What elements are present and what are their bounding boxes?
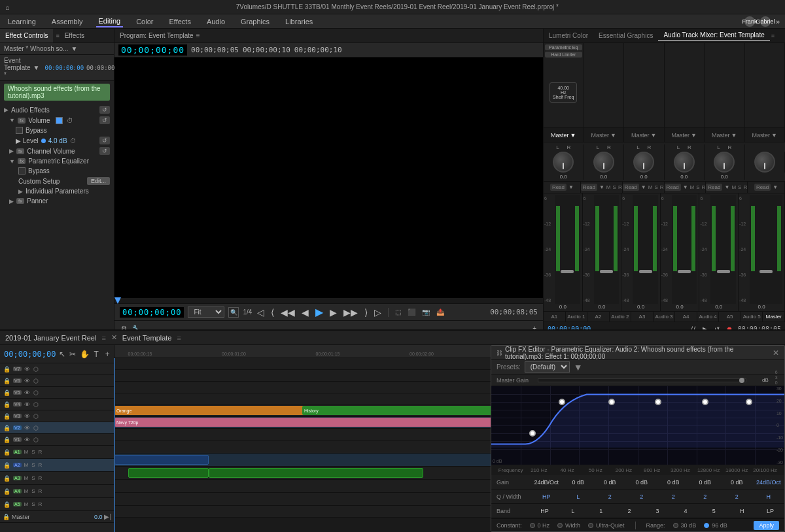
- qwidth-val-l[interactable]: L: [563, 493, 595, 500]
- read-btn-2[interactable]: Read: [581, 184, 597, 191]
- band-val-1[interactable]: 1: [587, 508, 615, 514]
- export-frame-btn[interactable]: 📷: [421, 307, 431, 317]
- mark-in-btn[interactable]: ◁: [256, 306, 266, 319]
- volume-stopwatch[interactable]: ⏱: [67, 117, 73, 124]
- fit-select[interactable]: Fit 25% 50% 100%: [188, 307, 224, 318]
- band-val-h[interactable]: H: [728, 508, 756, 514]
- tl-text-tool[interactable]: T: [93, 349, 99, 359]
- level-stopwatch[interactable]: ⏱: [70, 137, 77, 144]
- fader-thumb-3[interactable]: [639, 270, 652, 273]
- pan-knob-1[interactable]: [553, 152, 574, 173]
- volume-bypass-checkbox[interactable]: [16, 127, 23, 134]
- timebar-marker[interactable]: [114, 297, 121, 304]
- fx-plugin-1[interactable]: Parametric Eq: [545, 44, 582, 50]
- clip-dropdown-arrow[interactable]: ▼: [33, 64, 40, 71]
- gain-val-2[interactable]: 0 dB: [563, 479, 595, 486]
- fx-plugin-2[interactable]: Hard Limiter: [545, 52, 582, 58]
- overwrite-btn[interactable]: ⬛: [406, 307, 417, 317]
- v5-eye-btn[interactable]: 👁: [24, 390, 31, 396]
- channel-volume-reset[interactable]: ↺: [99, 147, 110, 155]
- v4-lock-btn[interactable]: 🔒: [3, 401, 11, 408]
- clip-navy[interactable]: Navy 720p: [114, 418, 550, 427]
- level-value[interactable]: 4.0 dB: [48, 137, 67, 144]
- timeline-timecode[interactable]: 00;00;00;00: [4, 350, 56, 359]
- read-btn-6[interactable]: Read: [754, 184, 771, 191]
- v4-sync-btn[interactable]: ⬡: [33, 401, 39, 408]
- ch-select-master-2[interactable]: Master ▼: [584, 128, 625, 142]
- v7-lock-btn[interactable]: 🔒: [3, 366, 11, 373]
- nav-item-effects[interactable]: Effects: [166, 16, 193, 27]
- audio-effects-reset[interactable]: ↺: [99, 106, 110, 114]
- eq-point-3[interactable]: [608, 399, 615, 405]
- nav-item-editing[interactable]: Editing: [96, 16, 124, 27]
- go-next-btn[interactable]: ▶▶: [342, 306, 359, 319]
- nav-item-assembly[interactable]: Assembly: [49, 16, 86, 27]
- eq-close-btn[interactable]: ✕: [773, 348, 779, 357]
- tab-audio-track-mixer[interactable]: Audio Track Mixer: Event Template: [658, 30, 769, 41]
- a4-s-btn[interactable]: S: [31, 488, 35, 494]
- gain-val-5[interactable]: 0 dB: [657, 479, 689, 486]
- nav-item-learning[interactable]: Learning: [5, 16, 39, 27]
- band-val-2[interactable]: 2: [615, 508, 643, 514]
- eq-radio-ultra-quiet[interactable]: Ultra-Quiet: [588, 522, 625, 529]
- fader-track-master[interactable]: [750, 195, 782, 304]
- master-dropdown-arrow[interactable]: ▼: [71, 45, 77, 52]
- band-val-hp[interactable]: HP: [531, 508, 559, 514]
- a3-lock-btn[interactable]: 🔒: [3, 475, 11, 482]
- a2-m-btn[interactable]: M: [24, 462, 29, 468]
- a1-lock-btn[interactable]: 🔒: [3, 449, 11, 456]
- v6-sync-btn[interactable]: ⬡: [33, 378, 39, 384]
- pan-knob-5[interactable]: [714, 152, 735, 173]
- prev-frame-btn[interactable]: ◀: [300, 306, 310, 319]
- fader-thumb-4[interactable]: [678, 270, 691, 273]
- read-btn-3[interactable]: Read: [623, 184, 639, 191]
- v1-sync-btn[interactable]: ⬡: [33, 437, 39, 443]
- volume-row[interactable]: ▼ fx Volume ⏱ ↺: [0, 115, 114, 125]
- read-btn-5[interactable]: Read: [706, 184, 722, 191]
- pan-knob-3[interactable]: [633, 152, 654, 173]
- timecode-in[interactable]: 00;00;00;00: [118, 44, 187, 56]
- audio-effects-row[interactable]: ▶ Audio Effects ↺: [0, 105, 114, 115]
- fader-track-2[interactable]: [594, 195, 619, 304]
- ch-select-master-5[interactable]: Master ▼: [705, 128, 745, 142]
- read-btn-1[interactable]: Read: [550, 184, 567, 191]
- a1-s-btn[interactable]: S: [31, 449, 35, 455]
- eq-point-5[interactable]: [702, 399, 708, 405]
- pan-knob-2[interactable]: [593, 152, 614, 173]
- a5-m-btn[interactable]: M: [24, 501, 29, 507]
- volume-reset-btn[interactable]: ↺: [99, 116, 110, 124]
- eq-radio-96db[interactable]: 96 dB: [704, 522, 727, 529]
- tab-essential-graphics[interactable]: Essential Graphics: [593, 31, 658, 41]
- v3-sync-btn[interactable]: ⬡: [33, 413, 39, 420]
- fader-thumb-master[interactable]: [759, 270, 773, 273]
- fader-track-3[interactable]: [633, 195, 658, 304]
- parametric-eq-row[interactable]: ▼ fx Parametric Equalizer: [0, 156, 114, 166]
- read-btn-4[interactable]: Read: [665, 184, 681, 191]
- panner-row[interactable]: ▶ fx Panner: [0, 196, 114, 206]
- fader-thumb-5[interactable]: [717, 270, 730, 273]
- band-val-4[interactable]: 4: [672, 508, 700, 514]
- qwidth-val-hp[interactable]: HP: [531, 493, 563, 500]
- gain-val-7[interactable]: 0 dB: [721, 479, 753, 486]
- a5-r-btn[interactable]: R: [38, 501, 43, 507]
- a4-r-btn[interactable]: R: [38, 488, 43, 494]
- fader-track-4[interactable]: [672, 195, 697, 304]
- v4-eye-btn[interactable]: 👁: [24, 401, 31, 408]
- go-prev-btn[interactable]: ◀◀: [279, 306, 296, 319]
- a3-m-btn[interactable]: M: [24, 475, 29, 481]
- timeline-close-icon[interactable]: ✕: [111, 333, 117, 342]
- a2-s-btn[interactable]: S: [31, 462, 35, 468]
- qwidth-val-3[interactable]: 2: [657, 493, 689, 500]
- gain-val-6[interactable]: 0 dB: [689, 479, 722, 486]
- a2-r-btn[interactable]: R: [38, 462, 43, 468]
- eq-radio-0hz[interactable]: 0 Hz: [530, 522, 550, 529]
- custom-setup-row[interactable]: Custom Setup Edit...: [0, 176, 114, 186]
- timebar[interactable]: [114, 298, 543, 303]
- a1-m-btn[interactable]: M: [24, 449, 29, 455]
- clip-audio-3a[interactable]: [128, 468, 209, 478]
- level-row[interactable]: ▶ Level 4.0 dB ⏱ ↺: [0, 135, 114, 146]
- zoom-icon[interactable]: 🔍: [228, 307, 239, 318]
- timeline-seq-menu-icon[interactable]: ≡: [177, 334, 181, 342]
- master-knob[interactable]: [754, 152, 775, 173]
- tab-effect-controls[interactable]: Effect Controls: [0, 29, 53, 42]
